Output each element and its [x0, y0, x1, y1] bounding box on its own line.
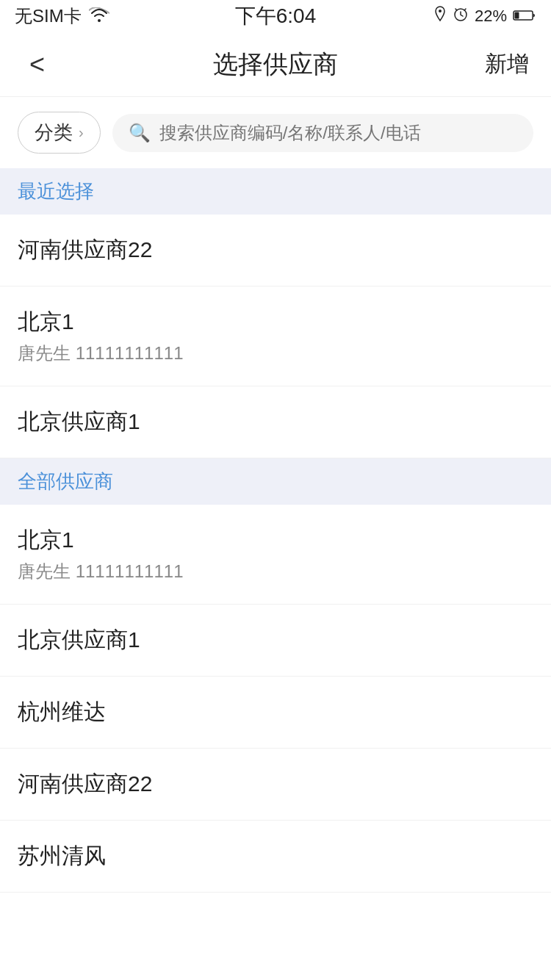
category-filter-button[interactable]: 分类 ›	[18, 112, 101, 154]
item-name: 苏州清风	[18, 841, 533, 871]
wifi-icon	[89, 6, 109, 26]
chevron-right-icon: ›	[79, 124, 84, 141]
list-item[interactable]: 北京1唐先生 11111111111	[0, 287, 551, 386]
item-name: 北京1	[18, 307, 533, 337]
item-name: 北京1	[18, 525, 533, 555]
carrier-text: 无SIM卡	[15, 4, 82, 28]
recent-list: 河南供应商22北京1唐先生 11111111111北京供应商1	[0, 215, 551, 458]
search-icon: 🔍	[129, 123, 151, 143]
add-button[interactable]: 新增	[485, 49, 529, 79]
alarm-icon	[453, 6, 469, 26]
item-name: 杭州维达	[18, 697, 533, 727]
status-right: 22%	[433, 6, 536, 26]
item-name: 河南供应商22	[18, 769, 533, 799]
all-section-label: 全部供应商	[18, 470, 113, 492]
item-name: 北京供应商1	[18, 407, 533, 437]
recent-section-header: 最近选择	[0, 168, 551, 215]
all-section-header: 全部供应商	[0, 458, 551, 505]
list-item[interactable]: 北京1唐先生 11111111111	[0, 505, 551, 605]
search-box[interactable]: 🔍	[112, 114, 533, 152]
search-input[interactable]	[159, 123, 517, 143]
back-button[interactable]: <	[22, 42, 52, 87]
svg-point-0	[439, 10, 442, 12]
list-item[interactable]: 河南供应商22	[0, 749, 551, 821]
list-item[interactable]: 北京供应商1	[0, 386, 551, 458]
recent-section-label: 最近选择	[18, 180, 94, 202]
filter-bar: 分类 › 🔍	[0, 97, 551, 168]
status-time: 下午6:04	[235, 2, 317, 30]
item-name: 北京供应商1	[18, 625, 533, 655]
battery-percent: 22%	[475, 7, 507, 26]
status-bar: 无SIM卡 下午6:04 22%	[0, 0, 551, 32]
status-left: 无SIM卡	[15, 4, 109, 28]
item-sub: 唐先生 11111111111	[18, 342, 533, 365]
list-item[interactable]: 苏州清风	[0, 821, 551, 893]
list-item[interactable]: 河南供应商22	[0, 215, 551, 287]
list-item[interactable]: 杭州维达	[0, 677, 551, 749]
battery-icon	[513, 7, 536, 26]
list-item[interactable]: 北京供应商1	[0, 605, 551, 677]
page-title: 选择供应商	[213, 48, 338, 82]
nav-bar: < 选择供应商 新增	[0, 32, 551, 97]
location-icon	[433, 6, 447, 26]
category-label: 分类	[35, 120, 73, 145]
svg-rect-3	[515, 12, 519, 19]
item-name: 河南供应商22	[18, 235, 533, 265]
item-sub: 唐先生 11111111111	[18, 560, 533, 583]
all-list: 北京1唐先生 11111111111北京供应商1杭州维达河南供应商22苏州清风	[0, 505, 551, 893]
